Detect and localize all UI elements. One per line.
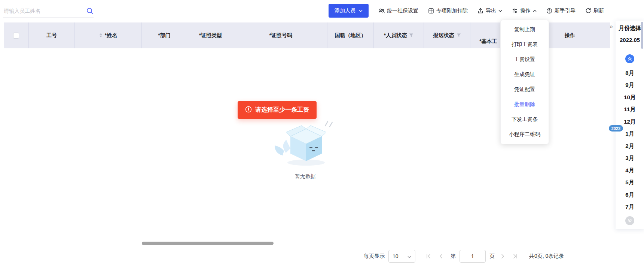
operations-label: 操作 [520,7,531,14]
column-header-certificate-number: *证照号码 [234,22,327,48]
add-person-label: 添加人员 [335,7,355,14]
filter-icon[interactable] [409,33,413,39]
social-security-settings-button[interactable]: 统一社保设置 [378,7,418,14]
report-status-header-label: 报送状态 [433,32,454,39]
column-header-department: *部门 [142,22,187,48]
chevron-down-icon [498,10,502,12]
column-header-nationality: 国籍（地区） [327,22,374,48]
menu-item-send-payslips[interactable]: 下发工资条 [501,112,549,127]
payroll-app: 添加人员 统一社保设置 专项附加扣除 [0,0,644,266]
page-label-prefix: 第 [451,253,456,260]
base-salary-header-label: *基本工 [479,38,497,45]
person-status-header-label: *人员状态 [384,32,407,39]
beginner-guide-label: 新手引导 [555,7,576,14]
add-person-button[interactable]: 添加人员 [329,4,369,18]
operations-dropdown-menu: 复制上期 打印工资表 工资设置 生成凭证 凭证配置 批量删除 下发工资条 小程序… [500,20,549,144]
scroll-months-down-button[interactable] [625,216,634,225]
horizontal-scrollbar[interactable] [142,242,274,245]
month-item-8[interactable]: 8月 [616,67,644,79]
next-page-button[interactable] [498,251,507,261]
sparkle-decoration [324,118,334,129]
chevron-down-icon [408,253,411,259]
current-period: 2022.05 [616,37,644,43]
warning-icon [245,106,252,114]
export-label: 导出 [486,7,496,14]
menu-item-generate-voucher[interactable]: 生成凭证 [501,67,549,82]
operation-header-label: 操作 [565,32,575,39]
question-icon [546,8,552,14]
year-badge: 2023 [609,125,623,132]
certificate-type-header-label: *证照类型 [199,32,222,39]
menu-item-batch-delete[interactable]: 批量删除 [501,97,549,112]
chevron-up-icon [533,10,537,12]
filter-icon[interactable] [457,33,461,39]
error-toast: 请选择至少一条工资 [238,101,317,119]
month-list: 8月 9月 10月 11月 12月 1月 2月 3月 4月 5月 6月 7月 [616,67,644,213]
pagination-bar: 每页显示 10 第 页 共0页, 0条记录 [364,250,564,263]
export-icon [477,8,483,14]
column-header-report-status: 报送状态 [424,22,470,48]
toast-message: 请选择至少一条工资 [255,106,309,114]
nationality-header-label: 国籍（地区） [335,32,366,39]
month-item-5[interactable]: 5月 [616,177,644,189]
empty-state-text: 暂无数据 [268,173,343,180]
beginner-guide-button[interactable]: 新手引导 [546,7,576,14]
month-item-10[interactable]: 10月 [616,91,644,104]
refresh-label: 刷新 [593,7,604,14]
column-header-person-status: *人员状态 [374,22,424,48]
select-all-checkbox[interactable] [13,33,19,39]
month-item-4[interactable]: 4月 [616,164,644,177]
menu-item-miniprogram-qrcode[interactable]: 小程序二维码 [501,127,549,142]
column-header-name: *姓名 [75,22,142,48]
pagination-summary: 共0页, 0条记录 [529,253,564,260]
per-page-select[interactable]: 10 [388,250,415,263]
column-header-certificate-type: *证照类型 [187,22,234,48]
page-number-input[interactable] [460,250,486,263]
employee-search [3,4,94,18]
last-page-button[interactable] [510,251,520,261]
menu-item-print-payroll[interactable]: 打印工资表 [501,37,549,52]
month-item-9[interactable]: 9月 [616,79,644,92]
collapse-panel-icon[interactable]: » [610,24,613,30]
certificate-number-header-label: *证照号码 [269,32,292,39]
month-item-6[interactable]: 6月 [616,189,644,201]
search-icon[interactable] [86,7,94,15]
name-header-label: *姓名 [105,32,117,39]
month-panel-title: 月份选择 [616,25,644,32]
first-page-button[interactable] [424,251,433,261]
menu-item-copy-previous-period[interactable]: 复制上期 [501,22,549,37]
scroll-months-up-button[interactable] [625,54,634,63]
special-deduction-label: 专项附加扣除 [436,7,468,14]
sliders-icon [512,8,518,14]
employee-id-header-label: 工号 [46,32,57,39]
prev-page-button[interactable] [436,251,446,261]
month-item-3[interactable]: 3月 [616,152,644,165]
per-page-value: 10 [393,253,399,259]
people-icon [378,8,385,14]
social-security-settings-label: 统一社保设置 [387,7,418,14]
search-input[interactable] [3,7,84,14]
column-header-employee-id: 工号 [29,22,75,48]
grid-icon [428,8,434,14]
page-label-suffix: 页 [489,253,495,260]
empty-box-illustration [272,163,339,170]
select-all-cell [4,22,29,48]
operations-button[interactable]: 操作 [512,7,537,14]
month-item-7[interactable]: 7月 [616,201,644,214]
refresh-button[interactable]: 刷新 [585,7,604,14]
sort-icon[interactable] [99,33,103,39]
toolbar: 添加人员 统一社保设置 专项附加扣除 [0,0,644,21]
toolbar-actions: 添加人员 统一社保设置 专项附加扣除 [329,0,604,21]
menu-item-voucher-config[interactable]: 凭证配置 [501,82,549,97]
special-deduction-button[interactable]: 专项附加扣除 [428,7,468,14]
refresh-icon [585,8,591,14]
month-item-11[interactable]: 11月 [616,104,644,116]
empty-state: 暂无数据 [268,124,343,180]
export-button[interactable]: 导出 [477,7,502,14]
vertical-scrollbar[interactable] [641,22,643,49]
month-item-2[interactable]: 2月 [616,140,644,152]
per-page-label: 每页显示 [364,253,385,260]
department-header-label: *部门 [158,32,170,39]
menu-item-salary-settings[interactable]: 工资设置 [501,52,549,67]
chevron-down-icon [359,10,363,12]
